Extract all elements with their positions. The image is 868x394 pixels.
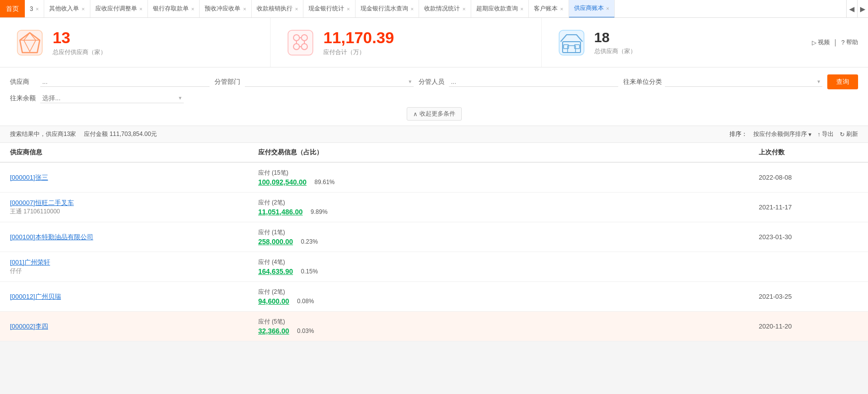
help-link[interactable]: 帮助	[846, 38, 858, 47]
table-body: [000001]张三 应付 (15笔) 100,092,540.00 89.61…	[0, 163, 868, 341]
nav-tab-close[interactable]: ×	[560, 6, 563, 12]
tx-label: 应付 (1笔)	[258, 228, 759, 237]
nav-tab-close[interactable]: ×	[347, 6, 350, 12]
nav-tab-3[interactable]: 3×	[25, 0, 44, 18]
table-row: [000012]广州贝瑞 应付 (2笔) 94,600.00 0.08% 202…	[0, 282, 868, 312]
nav-tab-close[interactable]: ×	[411, 6, 414, 12]
nav-tab-label: 超期应收款查询	[476, 4, 518, 13]
nav-tab-label: 现金银行统计	[308, 4, 344, 13]
nav-tab-label: 收款核销执行	[257, 4, 292, 13]
nav-prev-arrow[interactable]: ◀	[846, 0, 857, 18]
filter-dept: 分管部门 ▾	[215, 77, 414, 87]
tx-amount-link[interactable]: 32,366.00	[258, 327, 289, 335]
stat-info-suppliers: 13 总应付供应商（家）	[53, 28, 106, 57]
supplier-cell: [000012]广州贝瑞	[10, 292, 258, 301]
tx-amount-link[interactable]: 11,051,486.00	[258, 208, 303, 216]
table-row: [000002]李四 应付 (5笔) 32,366.00 0.03% 2020-…	[0, 312, 868, 341]
filter-row-2: 往来余额 ▾	[10, 93, 858, 103]
dept-input-wrapper[interactable]: ▾	[245, 77, 414, 87]
tx-amount-link[interactable]: 258,000.00	[258, 238, 293, 246]
nav-tab-label: 3	[30, 5, 33, 12]
tx-info: 应付 (4笔) 164,635.90 0.15%	[258, 258, 759, 275]
supplier-link[interactable]: [001]广州荣轩	[10, 258, 258, 267]
tx-label: 应付 (4笔)	[258, 258, 759, 266]
supplier-link[interactable]: [000002]李四	[10, 322, 258, 331]
tx-percent: 0.23%	[301, 238, 318, 245]
home-tab[interactable]: 首页	[0, 0, 25, 18]
nav-next-arrow[interactable]: ▶	[857, 0, 868, 18]
category-input[interactable]	[667, 78, 818, 85]
data-table: 供应商信息 应付交易信息（占比） 上次付数 [000001]张三 应付 (15笔…	[0, 143, 868, 341]
dept-input[interactable]	[247, 78, 409, 85]
supplier-link[interactable]: [000100]本特勤油品有限公司	[10, 233, 258, 242]
category-dropdown-icon[interactable]: ▾	[817, 78, 820, 85]
nav-tab-超期应收款查询[interactable]: 超期应收款查询×	[471, 0, 529, 18]
nav-tab-其他收入单[interactable]: 其他收入单×	[44, 0, 90, 18]
tx-amount-row: 258,000.00 0.23%	[258, 238, 759, 246]
tx-amount-link[interactable]: 100,092,540.00	[258, 178, 306, 186]
supplier-input[interactable]	[42, 78, 208, 85]
nav-tab-现金银行统计[interactable]: 现金银行统计×	[303, 0, 355, 18]
nav-tab-银行存取款单[interactable]: 银行存取款单×	[148, 0, 200, 18]
tx-info: 应付 (1笔) 258,000.00 0.23%	[258, 228, 759, 246]
filter-supplier: 供应商	[10, 77, 210, 87]
col-lastpay-header: 上次付数	[759, 148, 858, 157]
tx-info: 应付 (15笔) 100,092,540.00 89.61%	[258, 169, 759, 186]
nav-tab-客户账本[interactable]: 客户账本×	[529, 0, 569, 18]
query-button[interactable]: 查询	[827, 74, 858, 89]
nav-tab-label: 客户账本	[534, 4, 558, 13]
tx-info: 应付 (5笔) 32,366.00 0.03%	[258, 318, 759, 335]
nav-tab-close[interactable]: ×	[36, 6, 39, 12]
supplier-input-wrapper[interactable]	[40, 77, 210, 87]
diamond-icon	[15, 28, 45, 58]
collapse-button[interactable]: ∧ 收起更多条件	[407, 107, 462, 121]
divider: │	[834, 39, 838, 46]
sort-value: 按应付余额倒序排序	[753, 130, 807, 138]
balance-input[interactable]	[42, 94, 179, 102]
export-button[interactable]: ↑ 导出	[817, 130, 834, 138]
supplier-sub: 王通 17106110000	[10, 208, 60, 215]
stat-info-amount: 11,170.39 应付合计（万）	[323, 28, 394, 57]
export-icon: ↑	[817, 131, 820, 138]
nav-tab-close[interactable]: ×	[295, 6, 298, 12]
supplier-link[interactable]: [000007]恒旺二手叉车	[10, 198, 258, 207]
sort-label: 排序：	[729, 130, 747, 138]
video-link[interactable]: 视频	[818, 38, 830, 47]
dept-dropdown-icon[interactable]: ▾	[409, 78, 412, 85]
balance-input-wrapper[interactable]: ▾	[40, 93, 184, 103]
person-input[interactable]	[451, 78, 616, 85]
dept-label: 分管部门	[215, 77, 242, 86]
nav-tab-收款情况统计[interactable]: 收款情况统计×	[419, 0, 471, 18]
tx-amount-link[interactable]: 164,635.90	[258, 267, 293, 275]
supplier-cell: [000100]本特勤油品有限公司	[10, 233, 258, 242]
nav-tab-close[interactable]: ×	[191, 6, 194, 12]
nav-tab-close[interactable]: ×	[520, 6, 523, 12]
nav-tab-现金银行流水查询[interactable]: 现金银行流水查询×	[356, 0, 419, 18]
category-input-wrapper[interactable]: ▾	[665, 77, 823, 87]
stat-value-amount: 11,170.39	[323, 28, 394, 47]
person-input-wrapper[interactable]	[449, 77, 618, 87]
nav-tabs: 3×其他收入单×应收应付调整单×银行存取款单×预收冲应收单×收款核销执行×现金银…	[25, 0, 846, 18]
nav-tab-收款核销执行[interactable]: 收款核销执行×	[252, 0, 303, 18]
last-pay-date: 2021-03-25	[759, 293, 792, 300]
nav-tab-close[interactable]: ×	[243, 6, 246, 12]
stat-label-amount: 应付合计（万）	[323, 48, 394, 57]
tx-label: 应付 (15笔)	[258, 169, 759, 177]
nav-tab-label: 应收应付调整单	[95, 4, 137, 13]
sort-select[interactable]: 按应付余额倒序排序 ▾	[753, 130, 811, 138]
nav-tab-预收冲应收单[interactable]: 预收冲应收单×	[200, 0, 251, 18]
supplier-link[interactable]: [000001]张三	[10, 173, 258, 182]
nav-tab-close[interactable]: ×	[140, 6, 143, 12]
nav-tab-应收应付调整单[interactable]: 应收应付调整单×	[90, 0, 148, 18]
nav-tab-close[interactable]: ×	[462, 6, 465, 12]
nav-tab-label: 收款情况统计	[424, 4, 460, 13]
nav-tab-供应商账本[interactable]: 供应商账本×	[569, 0, 615, 18]
tx-cell: 应付 (15笔) 100,092,540.00 89.61%	[258, 169, 759, 186]
refresh-button[interactable]: ↻ 刷新	[840, 130, 858, 138]
supplier-link[interactable]: [000012]广州贝瑞	[10, 292, 258, 301]
nav-tab-close[interactable]: ×	[606, 5, 609, 11]
tx-amount-link[interactable]: 94,600.00	[258, 297, 289, 305]
balance-dropdown-icon[interactable]: ▾	[179, 95, 182, 101]
table-row: [000001]张三 应付 (15笔) 100,092,540.00 89.61…	[0, 163, 868, 193]
nav-tab-close[interactable]: ×	[81, 6, 84, 12]
